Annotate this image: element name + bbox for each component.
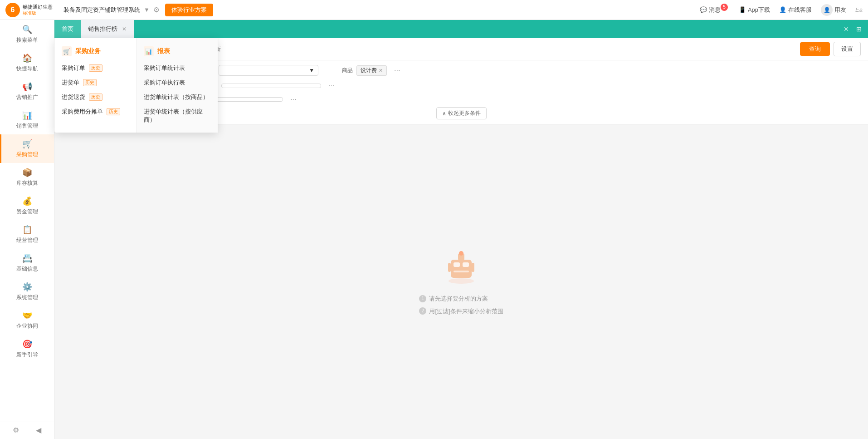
purchase-business-icon: 🛒: [62, 46, 72, 56]
goods-label: 商品: [326, 67, 353, 74]
purchase-business-col: 🛒 采购业务 采购订单 历史 进货单 历史 进货退货 历史 采购费用分摊单 历史: [54, 38, 137, 133]
history-badge-2: 历史: [89, 94, 102, 101]
topbar-right: 💬 消息 5 📱 App下载 👤 在线客服 👤 用友 Ea: [700, 4, 863, 16]
sidebar-collapse-icon[interactable]: ◀: [36, 426, 41, 434]
basic-info-icon: 📇: [22, 253, 32, 263]
collapse-btn[interactable]: ∧ 收起更多条件: [436, 107, 487, 119]
logo-area: 6 畅捷通好生意 标准版: [5, 3, 60, 17]
avatar: 👤: [821, 4, 833, 16]
goods-more-btn[interactable]: ···: [390, 66, 404, 74]
sidebar-item-enterprise[interactable]: 🤝 企业协同: [0, 306, 54, 335]
sidebar-item-sales[interactable]: 📊 销售管理: [0, 106, 54, 134]
svg-rect-4: [454, 271, 469, 272]
svg-rect-3: [463, 262, 469, 267]
phone-icon: 📱: [739, 6, 746, 13]
sidebar-settings-icon[interactable]: ⚙: [13, 426, 19, 434]
step-2: 2: [419, 307, 426, 315]
logo-icon: 6: [5, 3, 20, 17]
content-area: 1 请先选择要分析的方案 2 用[过滤]条件来缩小分析范围: [54, 124, 868, 439]
select-dropdown-icon: ▼: [309, 67, 314, 74]
svg-rect-8: [472, 263, 474, 272]
system-title: 装备及固定资产辅助管理系统 ▼ ⚙: [63, 5, 160, 14]
filter-goods: 商品 设计费 ✕ ···: [326, 65, 416, 76]
customer-more-btn[interactable]: ···: [287, 95, 300, 104]
sidebar-item-management[interactable]: 📋 经营管理: [0, 220, 54, 249]
menu-item-incoming[interactable]: 进货单 历史: [54, 75, 136, 90]
history-badge-0: 历史: [89, 64, 102, 72]
empty-illustration: [441, 247, 482, 288]
purchase-report-header: 📊 报表: [137, 44, 218, 61]
toolbar-right: 查询 设置: [800, 42, 861, 56]
online-service-btn[interactable]: 👤 在线客服: [779, 6, 812, 14]
sidebar-item-inventory[interactable]: 📦 库存核算: [0, 163, 54, 192]
tab-sales-ranking[interactable]: 销售排行榜 ✕: [81, 20, 134, 38]
history-badge-3: 历史: [107, 108, 120, 115]
messages-btn[interactable]: 💬 消息 5: [700, 6, 730, 14]
setting-btn[interactable]: 设置: [834, 42, 861, 56]
sidebar: 🔍 搜索菜单 🏠 快捷导航 📢 营销推广 📊 销售管理 🛒 采购管理 📦 库存核…: [0, 20, 54, 439]
topbar: 6 畅捷通好生意 标准版 装备及固定资产辅助管理系统 ▼ ⚙ 体验行业方案 💬 …: [0, 0, 868, 20]
home-icon: 🏠: [22, 53, 32, 63]
tab-maximize-btn[interactable]: ⊞: [853, 24, 864, 35]
menu-item-report-4[interactable]: 进货单统计表（按供应商）: [137, 104, 218, 127]
tab-close-btn[interactable]: ✕: [841, 24, 852, 35]
sidebar-item-finance[interactable]: 💰 资金管理: [0, 192, 54, 220]
system-icon: ⚙️: [22, 282, 32, 292]
tab-home[interactable]: 首页: [54, 20, 81, 38]
menu-item-expense[interactable]: 采购费用分摊单 历史: [54, 104, 136, 119]
svg-rect-2: [454, 262, 460, 267]
query-btn[interactable]: 查询: [800, 42, 830, 56]
purchase-dropdown-menu: 🛒 采购业务 采购订单 历史 进货单 历史 进货退货 历史 采购费用分摊单 历史…: [54, 38, 218, 133]
sidebar-item-purchase[interactable]: 🛒 采购管理: [0, 134, 54, 163]
menu-item-report-2[interactable]: 采购订单执行表: [137, 75, 218, 90]
menu-item-report-3[interactable]: 进货单统计表（按商品）: [137, 90, 218, 104]
logo-text: 畅捷通好生意 标准版: [23, 4, 53, 16]
title-dropdown-icon[interactable]: ▼: [144, 6, 150, 13]
settings-icon[interactable]: ⚙: [153, 5, 160, 14]
salesperson-more-btn[interactable]: ···: [325, 82, 338, 90]
marketing-icon: 📢: [22, 82, 32, 92]
menu-item-purchase-order[interactable]: 采购订单 历史: [54, 61, 136, 75]
service-icon: 👤: [779, 6, 786, 13]
goods-tag-close[interactable]: ✕: [379, 68, 383, 74]
salesperson-select[interactable]: [221, 84, 321, 88]
empty-text: 1 请先选择要分析的方案 2 用[过滤]条件来缩小分析范围: [419, 293, 503, 316]
step-1: 1: [419, 295, 426, 302]
empty-state: 1 请先选择要分析的方案 2 用[过滤]条件来缩小分析范围: [419, 247, 503, 316]
sidebar-item-marketing[interactable]: 📢 营销推广: [0, 77, 54, 106]
menu-item-return[interactable]: 进货退货 历史: [54, 90, 136, 104]
sidebar-item-nav[interactable]: 🏠 快捷导航: [0, 49, 54, 77]
guide-icon: 🎯: [22, 339, 32, 349]
inventory-icon: 📦: [22, 168, 32, 178]
svg-rect-1: [451, 260, 472, 278]
history-badge-1: 历史: [83, 79, 97, 86]
sidebar-item-basic-info[interactable]: 📇 基础信息: [0, 249, 54, 277]
purchase-business-header: 🛒 采购业务: [54, 44, 136, 61]
user-avatar-btn[interactable]: 👤 用友: [821, 4, 846, 16]
purchase-report-icon: 📊: [144, 46, 154, 56]
svg-point-0: [449, 278, 474, 284]
purchase-report-col: 📊 报表 采购订单统计表 采购订单执行表 进货单统计表（按商品） 进货单统计表（…: [137, 38, 218, 133]
sidebar-item-guide[interactable]: 🎯 新手引导: [0, 335, 54, 363]
tab-bar: 首页 销售排行榜 ✕ ✕ ⊞: [54, 20, 868, 38]
enterprise-icon: 🤝: [22, 311, 32, 321]
sidebar-item-system[interactable]: ⚙️ 系统管理: [0, 277, 54, 306]
goods-tag: 设计费 ✕: [356, 65, 387, 76]
sales-icon: 📊: [22, 110, 32, 120]
purchase-icon: 🛒: [22, 139, 32, 149]
svg-point-6: [459, 251, 463, 256]
menu-item-report-1[interactable]: 采购订单统计表: [137, 61, 218, 75]
message-badge: 5: [721, 4, 728, 11]
message-icon: 💬: [700, 6, 707, 13]
sidebar-item-search[interactable]: 🔍 搜索菜单: [0, 20, 54, 49]
tab-close-icon[interactable]: ✕: [122, 26, 127, 32]
finance-icon: 💰: [22, 196, 32, 206]
svg-rect-7: [448, 263, 451, 272]
doc-status-select[interactable]: ▼: [219, 65, 318, 76]
industry-btn[interactable]: 体验行业方案: [165, 4, 213, 16]
ea-text: Ea: [855, 6, 863, 13]
app-download-btn[interactable]: 📱 App下载: [739, 6, 770, 14]
search-icon: 🔍: [22, 25, 32, 35]
management-icon: 📋: [22, 225, 32, 235]
tab-right-controls: ✕ ⊞: [841, 24, 868, 35]
